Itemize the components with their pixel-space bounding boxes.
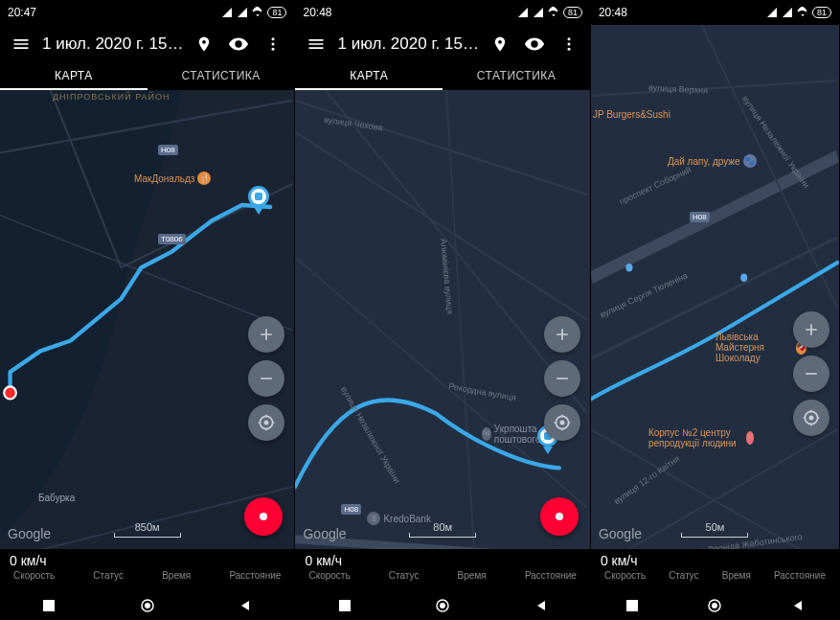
scale-bar: 80м [409, 521, 476, 538]
status-icons: 81 [221, 7, 286, 18]
nav-home-icon[interactable] [428, 591, 457, 620]
svg-point-20 [625, 264, 632, 271]
android-nav-bar [591, 591, 839, 620]
route-badge: Н08 [690, 212, 710, 222]
map-poi: МакДональдз🍴 [134, 172, 211, 185]
phone-screen-3: 20:48 81 вулиця Верхня вулиця Незалежної… [591, 0, 840, 620]
svg-point-5 [264, 420, 269, 425]
svg-point-1 [272, 43, 275, 46]
zoom-out-button[interactable] [544, 360, 580, 397]
location-pin-icon[interactable] [487, 31, 513, 57]
speed-value: 0 км/ч [601, 553, 829, 568]
svg-rect-16 [339, 600, 351, 611]
svg-point-12 [567, 48, 570, 51]
battery-icon: 81 [563, 7, 582, 18]
android-nav-bar [295, 591, 589, 620]
location-pin-icon[interactable] [191, 31, 217, 57]
tabs: КАРТА СТАТИСТИКА [295, 63, 589, 90]
label-status: Статус [389, 570, 420, 581]
svg-rect-24 [626, 600, 638, 611]
my-location-button[interactable] [793, 400, 829, 436]
tab-map[interactable]: КАРТА [0, 63, 148, 90]
nav-home-icon[interactable] [133, 591, 162, 620]
zoom-out-button[interactable] [793, 356, 829, 392]
status-bar: 20:48 81 [295, 0, 589, 25]
my-location-button[interactable] [248, 404, 284, 441]
map-poi: Дай лапу, друже🐾 [668, 154, 757, 168]
tab-stats[interactable]: СТАТИСТИКА [148, 63, 295, 90]
record-fab[interactable] [540, 497, 579, 536]
phone-screen-2: 20:48 81 1 июл. 2020 г. 15… КАРТА СТАТИС… [295, 0, 590, 620]
map-poi: Бабурка [38, 493, 75, 503]
my-location-button[interactable] [544, 404, 580, 441]
bottom-info: 0 км/ч Скорость Статус Время Расстояние [295, 549, 589, 591]
nav-recent-icon[interactable] [330, 591, 359, 620]
label-speed: Скорость [13, 570, 55, 581]
nav-recent-icon[interactable] [34, 591, 63, 620]
status-bar: 20:47 81 [0, 0, 294, 25]
svg-point-10 [567, 37, 570, 40]
svg-point-9 [145, 603, 150, 609]
status-icons: 81 [517, 7, 582, 18]
label-dist: Расстояние [774, 570, 826, 581]
label-speed: Скорость [308, 570, 350, 581]
svg-point-14 [559, 420, 564, 425]
page-title: 1 июл. 2020 г. 15… [42, 34, 183, 54]
map[interactable]: вулиця Чехова Алюмінієва вулиця Рекордна… [295, 90, 589, 591]
visibility-icon[interactable] [521, 31, 548, 57]
route-badge: Т0806 [158, 234, 186, 244]
map-poi: Корпус №2 центру репродукції людиниH [648, 427, 754, 448]
visibility-icon[interactable] [225, 31, 252, 57]
android-nav-bar [0, 591, 294, 620]
route-end-marker [247, 186, 270, 215]
zoom-in-button[interactable] [248, 316, 284, 353]
google-logo: Google [599, 526, 642, 541]
menu-icon[interactable] [8, 31, 34, 57]
bottom-info: 0 км/ч Скорость Статус Время Расстояние [0, 549, 294, 591]
zoom-in-button[interactable] [793, 311, 829, 348]
google-logo: Google [8, 526, 51, 541]
label-time: Время [458, 570, 487, 581]
svg-point-4 [4, 386, 16, 399]
map-poi: JP Burgers&Sushi [593, 109, 670, 120]
map-district-label: ДНІПРОВСЬКИЙ РАЙОН [53, 92, 170, 102]
zoom-out-button[interactable] [248, 360, 284, 397]
tabs: КАРТА СТАТИСТИКА [0, 63, 294, 90]
scale-bar: 850м [114, 521, 181, 538]
svg-point-22 [809, 416, 814, 421]
battery-icon: 81 [267, 7, 286, 18]
phone-screen-1: 20:47 81 1 июл. 2020 г. 15… КАРТА СТАТИС… [0, 0, 295, 620]
label-status: Статус [93, 570, 124, 581]
label-speed: Скорость [604, 570, 646, 581]
overflow-menu-icon[interactable] [556, 31, 582, 57]
nav-back-icon[interactable] [783, 591, 812, 620]
tab-map[interactable]: КАРТА [295, 63, 443, 90]
svg-point-11 [567, 43, 570, 46]
status-bar: 20:48 81 [591, 0, 839, 25]
map-controls [248, 316, 284, 441]
nav-back-icon[interactable] [231, 591, 260, 620]
battery-icon: 81 [812, 7, 831, 18]
speed-value: 0 км/ч [305, 553, 579, 568]
page-title: 1 июл. 2020 г. 15… [337, 34, 478, 54]
tab-stats[interactable]: СТАТИСТИКА [443, 63, 590, 90]
svg-point-2 [272, 48, 275, 51]
speed-value: 0 км/ч [10, 553, 284, 568]
map[interactable]: вулиця Верхня вулиця Незалежної України … [591, 25, 839, 591]
label-dist: Расстояние [525, 570, 577, 581]
label-time: Время [162, 570, 191, 581]
scale-bar: 50м [681, 521, 748, 538]
map[interactable]: ДНІПРОВСЬКИЙ РАЙОН МакДональдз🍴 Бабурка … [0, 90, 294, 591]
svg-point-0 [272, 37, 275, 40]
route-badge: Н08 [341, 504, 361, 515]
nav-recent-icon[interactable] [618, 591, 647, 620]
status-time: 20:47 [8, 6, 36, 19]
zoom-in-button[interactable] [544, 316, 580, 353]
menu-icon[interactable] [303, 31, 329, 57]
nav-home-icon[interactable] [700, 591, 729, 620]
nav-back-icon[interactable] [527, 591, 556, 620]
overflow-menu-icon[interactable] [260, 31, 286, 57]
google-logo: Google [303, 526, 346, 541]
label-dist: Расстояние [229, 570, 281, 581]
svg-point-26 [712, 603, 717, 609]
